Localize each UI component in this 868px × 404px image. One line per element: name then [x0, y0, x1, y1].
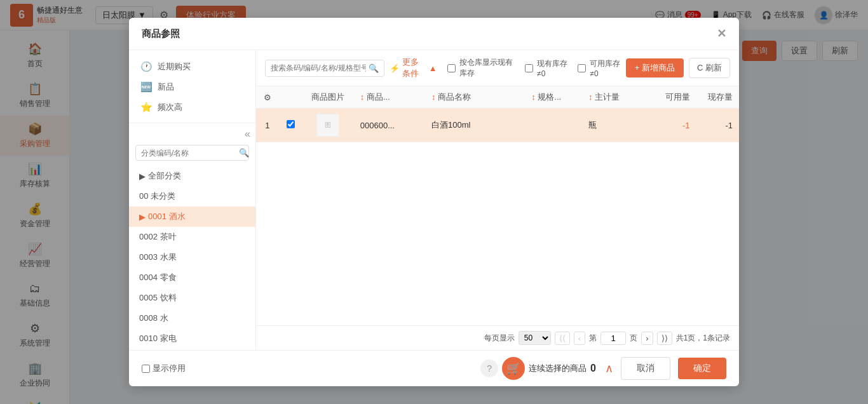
sort-name-icon: ↕ [431, 92, 436, 102]
recent-icon: 🕐 [140, 61, 153, 72]
sort-up-icon: ↕ [360, 92, 365, 102]
filter-button[interactable]: ⚡ 更多条件 ▲ [390, 57, 437, 79]
search-icon: 🔍 [239, 148, 249, 158]
category-0008-label: 0008 水 [139, 313, 168, 324]
category-0003[interactable]: 0003 水果 [129, 247, 255, 267]
prev-page-button[interactable]: ‹ [574, 332, 585, 345]
category-00-label: 00 未分类 [139, 191, 175, 202]
show-disabled-checkbox[interactable] [142, 365, 150, 373]
shopping-cart-icon: 🛒 [506, 361, 520, 375]
modal-left-tabs: 🕐 近期购买 🆕 新品 ⭐ 频次高 [129, 57, 255, 123]
row-code: 000600... [354, 109, 425, 142]
category-search-input[interactable] [141, 149, 236, 158]
category-0008[interactable]: 0008 水 [129, 308, 255, 328]
modal-close-button[interactable]: ✕ [717, 27, 726, 41]
col-unit-header[interactable]: ↕ 主计量 [582, 86, 639, 109]
total-info: 共1页，1条记录 [676, 333, 730, 344]
row-index: 1 [256, 109, 279, 142]
page-input[interactable] [600, 332, 626, 345]
cart-count: 0 [590, 363, 596, 374]
search-input[interactable] [271, 64, 366, 72]
category-0004[interactable]: 0004 零食 [129, 267, 255, 288]
category-0003-label: 0003 水果 [139, 252, 177, 263]
add-product-button[interactable]: + 新增商品 [626, 58, 684, 77]
row-img-cell: 图 [302, 109, 354, 142]
modal-header: 商品参照 ✕ [129, 18, 739, 50]
col-check-header [279, 86, 302, 109]
page-size-select[interactable]: 10 20 50 100 [519, 331, 551, 345]
col-code-header[interactable]: ↕ 商品... [354, 86, 425, 109]
table-header: ⚙ 商品图片 ↕ 商品... ↕ 商品名称 ↕ 规格.. [256, 86, 739, 109]
show-disabled-group: 显示停用 [142, 363, 186, 374]
search-glass-icon: 🔍 [369, 64, 379, 73]
warehouse-label: 按仓库显示现有库存 [459, 57, 515, 79]
page-suffix: 页 [630, 333, 637, 344]
modal-left-panel: 🕐 近期购买 🆕 新品 ⭐ 频次高 « 🔍 [129, 50, 256, 350]
avail-nonzero-checkbox[interactable] [578, 64, 586, 72]
collapse-left-button[interactable]: « [245, 128, 250, 140]
col-img-header: 商品图片 [302, 86, 354, 109]
active-arrow: ▶ [139, 212, 146, 222]
category-all[interactable]: ▶ 全部分类 [129, 166, 255, 186]
category-0002[interactable]: 0002 茶叶 [129, 227, 255, 247]
warehouse-checkbox[interactable] [447, 64, 456, 72]
product-thumb: 图 [316, 114, 339, 137]
cart-collapse-button[interactable]: ∧ [605, 361, 613, 375]
next-page-button[interactable]: › [641, 332, 653, 345]
product-reference-modal: 商品参照 ✕ 🕐 近期购买 🆕 新品 ⭐ 频次高 [129, 18, 739, 386]
col-settings-header[interactable]: ⚙ [256, 86, 279, 109]
row-checkbox[interactable] [287, 120, 295, 128]
tab-frequent[interactable]: ⭐ 频次高 [134, 97, 250, 118]
cart-area: ? 🛒 连续选择的商品 0 ∧ [480, 357, 613, 380]
modal-right-panel: 🔍 ⚡ 更多条件 ▲ 按仓库显示现有库存 现有库存≠0 [256, 50, 739, 350]
product-table: ⚙ 商品图片 ↕ 商品... ↕ 商品名称 ↕ 规格.. [256, 86, 739, 142]
category-0005-label: 0005 饮料 [139, 292, 177, 304]
cancel-button[interactable]: 取消 [621, 357, 670, 380]
tab-recent-purchase[interactable]: 🕐 近期购买 [134, 57, 250, 77]
row-spec [525, 109, 582, 142]
cart-icon: 🛒 [502, 357, 525, 380]
col-spec-header[interactable]: ↕ 规格... [525, 86, 582, 109]
pagination: 每页显示 10 20 50 100 ⟨⟨ ‹ 第 页 › ⟩⟩ 共1页，1条记录 [256, 325, 739, 350]
row-checkbox-cell [279, 109, 302, 142]
modal-footer: 显示停用 ? 🛒 连续选择的商品 0 ∧ 取消 确定 [129, 350, 739, 386]
help-icon: ? [487, 363, 492, 374]
tab-new-label: 新品 [158, 81, 174, 93]
category-0010[interactable]: 0010 家电 [129, 328, 255, 344]
row-stock: -1 [696, 109, 739, 142]
page-prefix: 第 [589, 333, 597, 344]
row-unit: 瓶 [582, 109, 639, 142]
product-table-wrap: ⚙ 商品图片 ↕ 商品... ↕ 商品名称 ↕ 规格.. [256, 86, 739, 325]
tab-new-products[interactable]: 🆕 新品 [134, 77, 250, 97]
category-search: 🔍 [135, 145, 249, 161]
category-00[interactable]: 00 未分类 [129, 186, 255, 206]
warehouse-checkbox-group: 按仓库显示现有库存 [447, 57, 515, 79]
first-page-button[interactable]: ⟨⟨ [555, 332, 570, 345]
filter-icon: ⚡ [390, 64, 400, 73]
cart-label: 连续选择的商品 [529, 363, 587, 374]
table-body: 1 图 000600... 白酒100ml 瓶 [256, 109, 739, 142]
search-bar: 🔍 ⚡ 更多条件 ▲ 按仓库显示现有库存 现有库存≠0 [256, 50, 739, 86]
help-button[interactable]: ? [480, 360, 498, 377]
category-0010-label: 0010 家电 [139, 333, 177, 344]
modal-title: 商品参照 [142, 28, 180, 40]
category-0004-label: 0004 零食 [139, 272, 177, 283]
category-0001[interactable]: ▶ 0001 酒水 [129, 206, 255, 227]
col-stock-header: 现存量 [696, 86, 739, 109]
star-icon: ⭐ [140, 102, 153, 113]
refresh-button[interactable]: C 刷新 [689, 58, 730, 78]
stock-nonzero-label: 现有库存≠0 [537, 58, 567, 78]
col-name-header[interactable]: ↕ 商品名称 [425, 86, 525, 109]
expand-arrow: ▶ [139, 172, 146, 181]
stock-nonzero-checkbox[interactable] [525, 64, 533, 72]
category-list: ▶ 全部分类 00 未分类 ▶ 0001 酒水 0002 茶叶 0003 水果 [129, 166, 255, 344]
modal-overlay: 商品参照 ✕ 🕐 近期购买 🆕 新品 ⭐ 频次高 [0, 0, 868, 404]
row-name: 白酒100ml [425, 109, 525, 142]
confirm-button[interactable]: 确定 [678, 358, 726, 379]
last-page-button[interactable]: ⟩⟩ [657, 332, 672, 345]
category-all-label: 全部分类 [148, 170, 181, 182]
category-0005[interactable]: 0005 饮料 [129, 288, 255, 308]
table-row[interactable]: 1 图 000600... 白酒100ml 瓶 [256, 109, 739, 142]
tab-frequent-label: 频次高 [158, 102, 182, 113]
avail-nonzero-label: 可用库存≠0 [590, 58, 620, 78]
